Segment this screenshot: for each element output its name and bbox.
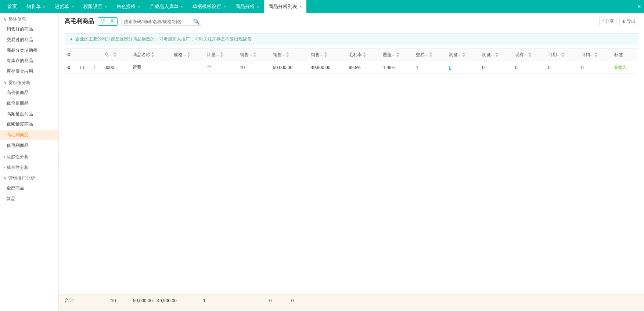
footer-cell-4	[179, 298, 201, 303]
sort-icon-sales_cost[interactable]: ▲▼	[324, 51, 327, 58]
nav-tab-close-product-in[interactable]: ×	[181, 4, 183, 9]
sidebar-item-hot-goods[interactable]: 销售好的商品	[0, 24, 58, 35]
nav-tab-permission[interactable]: 权限设置×	[79, 0, 111, 13]
sort-icon-sales_amount[interactable]: ▲▼	[286, 51, 289, 58]
sort-icon-product_name[interactable]: ▲▼	[151, 51, 154, 58]
sort-icon-sku_code[interactable]: ▲▼	[113, 51, 116, 58]
page-title: 高毛利商品	[65, 18, 94, 25]
export-icon: ⬇	[622, 19, 626, 24]
sidebar-section-trend-analysis[interactable]: ›流趋性分析	[0, 151, 58, 162]
export-button[interactable]: ⬇ 导出	[619, 17, 638, 26]
sort-icon-browse2[interactable]: ▲▼	[495, 51, 499, 58]
cell-unit: 个	[205, 61, 238, 74]
sort-icon-available_stock[interactable]: ▲▼	[561, 51, 565, 58]
section-label: 整体信息	[8, 16, 26, 22]
sidebar-item-low-value[interactable]: 低价值商品	[0, 98, 58, 109]
footer-cell-2: 50,000.00	[131, 298, 155, 303]
col-header-sellable_stock[interactable]: 可销...▲▼	[579, 48, 612, 61]
nav-tab-close-template[interactable]: ×	[223, 4, 226, 9]
col-header-browse2[interactable]: 浏览...▲▼	[480, 48, 513, 61]
sidebar-section-growth-analysis[interactable]: ›成长性分析	[0, 162, 58, 172]
sidebar-item-inventory-ratio[interactable]: 库存资金占用	[0, 66, 58, 77]
close-all-icon[interactable]: ×	[637, 3, 641, 11]
nav-tab-purchase[interactable]: 进货单×	[50, 0, 78, 13]
nav-tab-analysis[interactable]: 商品分析×	[231, 0, 263, 13]
search-icon[interactable]: 🔍	[193, 19, 199, 25]
col-header-sales_amount[interactable]: 销售...▲▼	[271, 48, 309, 61]
section-label: 贡献值分析	[8, 80, 30, 86]
col-header-spec[interactable]: 规格...▲▼	[172, 48, 205, 61]
nav-tab-template[interactable]: 单据模板设置×	[188, 0, 230, 13]
sort-icon-sellable_stock[interactable]: ▲▼	[594, 51, 598, 58]
search-wrap: 🔍	[121, 18, 202, 26]
search-input[interactable]	[124, 19, 192, 24]
cell-browse1[interactable]: 0	[447, 61, 480, 74]
cell-tag[interactable]: 高收入	[612, 61, 638, 74]
footer-cell-6	[223, 298, 245, 303]
arrow-icon: ∨	[4, 17, 7, 22]
sort-icon-current_stock[interactable]: ▲▼	[528, 51, 532, 58]
col-header-available_stock[interactable]: 可用...▲▼	[546, 48, 579, 61]
browse-link[interactable]: 0	[449, 65, 451, 70]
time-filter-button[interactable]: 近一月	[98, 17, 118, 26]
nav-tab-product-in[interactable]: 产成品入库单×	[145, 0, 187, 13]
col-header-trade_count[interactable]: 交易...▲▼	[414, 48, 447, 61]
col-header-coverage[interactable]: 覆盖...▲▼	[381, 48, 414, 61]
nav-tab-close-purchase[interactable]: ×	[71, 4, 73, 9]
sidebar-collapse-btn[interactable]: «	[58, 155, 59, 170]
cell-sales_amount: 50,000.00	[271, 61, 309, 74]
nav-tab-close-analysis-list[interactable]: ×	[299, 4, 302, 9]
section-label: 成长性分析	[7, 164, 29, 171]
sidebar-item-high-value[interactable]: 高价值商品	[0, 87, 58, 98]
footer-cell-3: 49,900.00	[155, 298, 179, 303]
sidebar-section-wealth-analysis[interactable]: ∨贡献值分析	[0, 77, 58, 87]
sidebar-item-low-margin[interactable]: 低毛利商品	[0, 140, 58, 151]
cell-available_stock: 0	[546, 61, 579, 74]
footer-cell-10	[311, 298, 333, 303]
sidebar-item-new-goods[interactable]: 新品	[0, 194, 58, 204]
col-header-unit[interactable]: 计量...▲▼	[205, 48, 238, 61]
sidebar-item-sales-assist[interactable]: 商品分类辅助率	[0, 45, 58, 56]
tag-badge: 高收入	[614, 65, 626, 69]
col-header-sku_code[interactable]: 商...▲▼	[102, 48, 130, 61]
nav-tab-analysis-list[interactable]: 商品分析列表×	[264, 0, 306, 13]
sidebar-item-high-freq[interactable]: 高频量度商品	[0, 109, 58, 119]
scrollbar-area[interactable]	[59, 307, 644, 311]
cell-spec	[172, 61, 205, 74]
sort-icon-unit[interactable]: ▲▼	[220, 51, 223, 58]
sidebar-item-high-margin[interactable]: 高毛利商品	[0, 130, 58, 140]
col-header-browse1[interactable]: 浏览...▲▼	[447, 48, 480, 61]
sort-icon-coverage[interactable]: ▲▼	[396, 51, 399, 58]
nav-tab-sales[interactable]: 销售单×	[22, 0, 50, 13]
col-header-current_stock[interactable]: 现有...▲▼	[513, 48, 546, 61]
cell-margin_rate: 99.8%	[346, 61, 381, 74]
cell-current_stock: 0	[513, 61, 546, 74]
info-icon: ✦	[69, 37, 73, 42]
col-header-margin_rate[interactable]: 毛利率▲▼	[346, 48, 381, 61]
sort-icon-browse1[interactable]: ▲▼	[462, 51, 465, 58]
col-header-product_name[interactable]: 商品名称▲▼	[130, 48, 172, 61]
sidebar-item-all-goods[interactable]: 全部商品	[0, 183, 58, 194]
sidebar-item-in-stock[interactable]: 有库存的商品	[0, 55, 58, 66]
sidebar-section-overall[interactable]: ∨整体信息	[0, 13, 58, 24]
footer-cell-0	[87, 298, 109, 303]
col-header-tag: 标签	[612, 48, 638, 61]
sort-icon-trade_count[interactable]: ▲▼	[429, 51, 432, 58]
sort-icon-spec[interactable]: ▲▼	[187, 51, 190, 58]
nav-tab-home[interactable]: 首页	[3, 0, 21, 13]
sidebar-item-traded-goods[interactable]: 交易过的商品	[0, 35, 58, 45]
nav-tab-close-analysis[interactable]: ×	[257, 4, 259, 9]
sidebar-item-low-freq[interactable]: 低频量度商品	[0, 119, 58, 130]
section-label: 营销推广分析	[8, 175, 35, 181]
share-button[interactable]: ⤴ 分享	[599, 17, 616, 26]
sidebar-section-marketing-analysis[interactable]: ∨营销推广分析	[0, 172, 58, 183]
sort-icon-sales_qty[interactable]: ▲▼	[253, 51, 256, 58]
col-header-sales_qty[interactable]: 销售...▲▼	[238, 48, 271, 61]
nav-tab-close-permission[interactable]: ×	[105, 4, 107, 9]
col-header-sales_cost[interactable]: 销售...▲▼	[309, 48, 346, 61]
nav-tab-close-sales[interactable]: ×	[43, 4, 45, 9]
table-row: ⚙☐10000...运费个1050,000.0049,900.0099.8%1.…	[65, 61, 638, 74]
nav-tab-close-role[interactable]: ×	[138, 4, 140, 9]
nav-tab-role[interactable]: 角色授权×	[112, 0, 144, 13]
sort-icon-margin_rate[interactable]: ▲▼	[363, 51, 366, 58]
